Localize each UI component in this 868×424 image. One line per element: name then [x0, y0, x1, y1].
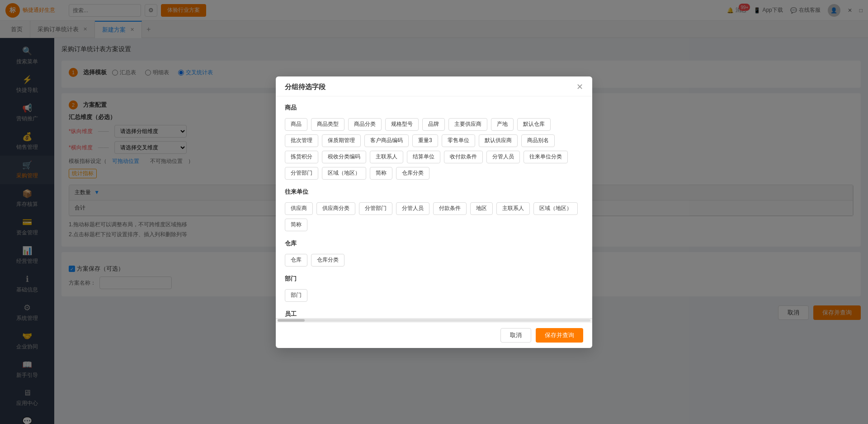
- field-group-partner: 往来单位 供应商 供应商分类 分管部门 分管人员 付款条件 地区 主联系人 区域…: [285, 188, 583, 231]
- field-tag-manage-person[interactable]: 分管人员: [396, 202, 429, 215]
- field-tag-main-contact[interactable]: 主联系人: [370, 151, 403, 163]
- modal-header: 分组待选字段 ✕: [276, 76, 592, 96]
- field-tag-short-name2[interactable]: 简称: [285, 219, 307, 231]
- field-tag-alias[interactable]: 商品别名: [521, 134, 555, 147]
- modal-title: 分组待选字段: [285, 83, 326, 91]
- field-tag-goods-cat[interactable]: 商品分类: [348, 118, 382, 131]
- field-group-employee-title: 员工: [285, 310, 583, 318]
- field-tag-district[interactable]: 地区: [470, 202, 493, 215]
- field-tag-region2[interactable]: 区域（地区）: [533, 202, 578, 215]
- field-tag-manage-dept[interactable]: 分管部门: [359, 202, 392, 215]
- field-tag-pay-terms[interactable]: 付款条件: [433, 202, 467, 215]
- field-group-warehouse: 仓库 仓库 仓库分类: [285, 239, 583, 267]
- field-group-employee: 员工 业务员: [285, 310, 583, 318]
- field-tag-goods[interactable]: 商品: [285, 118, 307, 131]
- hscroll-track: [278, 319, 590, 322]
- field-tag-partner-cat[interactable]: 往来单位分类: [524, 151, 568, 163]
- field-tag-goods-type[interactable]: 商品类型: [311, 118, 344, 131]
- field-tag-short-name[interactable]: 简称: [370, 167, 392, 180]
- field-group-warehouse-title: 仓库: [285, 239, 583, 249]
- field-tags-partner: 供应商 供应商分类 分管部门 分管人员 付款条件 地区 主联系人 区域（地区） …: [285, 202, 583, 231]
- modal-close-button[interactable]: ✕: [576, 83, 583, 91]
- field-tag-warehouse-type[interactable]: 仓库分类: [311, 254, 344, 267]
- field-tag-default-warehouse[interactable]: 默认仓库: [517, 118, 551, 131]
- field-tag-batch[interactable]: 批次管理: [285, 134, 318, 147]
- field-select-modal: 分组待选字段 ✕ 商品 商品 商品类型 商品分类 规格型号 品牌 主要供应商 产…: [276, 76, 592, 348]
- field-tag-brand[interactable]: 品牌: [422, 118, 445, 131]
- modal-footer: 取消 保存并查询: [276, 322, 592, 348]
- field-group-goods: 商品 商品 商品类型 商品分类 规格型号 品牌 主要供应商 产地 默认仓库 批次…: [285, 104, 583, 180]
- field-tag-default-supplier[interactable]: 默认供应商: [479, 134, 518, 147]
- field-group-partner-title: 往来单位: [285, 188, 583, 198]
- field-tag-warehouse-cat[interactable]: 仓库分类: [396, 167, 429, 180]
- field-tag-origin[interactable]: 产地: [491, 118, 514, 131]
- field-tag-department[interactable]: 部门: [285, 289, 307, 302]
- field-tag-dept[interactable]: 分管部门: [285, 167, 318, 180]
- field-tag-supplier[interactable]: 供应商: [285, 202, 313, 215]
- field-tag-spec[interactable]: 规格型号: [385, 118, 419, 131]
- field-tag-payment-terms[interactable]: 收付款条件: [444, 151, 483, 163]
- field-tag-customer-code[interactable]: 客户商品编码: [364, 134, 409, 147]
- field-tag-warehouse[interactable]: 仓库: [285, 254, 307, 267]
- modal-body: 商品 商品 商品类型 商品分类 规格型号 品牌 主要供应商 产地 默认仓库 批次…: [276, 96, 592, 318]
- field-tag-manager[interactable]: 分管人员: [486, 151, 520, 163]
- field-tag-region[interactable]: 区域（地区）: [322, 167, 366, 180]
- modal-confirm-button[interactable]: 保存并查询: [536, 328, 583, 343]
- field-group-department-title: 部门: [285, 275, 583, 285]
- field-tag-settle-unit[interactable]: 结算单位: [407, 151, 440, 163]
- modal-overlay: 分组待选字段 ✕ 商品 商品 商品类型 商品分类 规格型号 品牌 主要供应商 产…: [0, 0, 868, 424]
- field-tag-tax-code[interactable]: 税收分类编码: [322, 151, 366, 163]
- field-tag-supplier-cat[interactable]: 供应商分类: [316, 202, 355, 215]
- modal-horizontal-scrollbar[interactable]: [276, 318, 592, 322]
- field-tag-pick-score[interactable]: 拣货积分: [285, 151, 318, 163]
- field-tags-warehouse: 仓库 仓库分类: [285, 254, 583, 267]
- field-tag-main-supplier[interactable]: 主要供应商: [448, 118, 487, 131]
- field-tag-main-contact2[interactable]: 主联系人: [496, 202, 530, 215]
- field-tag-shelf-life[interactable]: 保质期管理: [322, 134, 361, 147]
- field-group-department: 部门 部门: [285, 275, 583, 302]
- modal-cancel-button[interactable]: 取消: [500, 328, 531, 343]
- hscroll-thumb[interactable]: [278, 319, 305, 322]
- field-tags-goods: 商品 商品类型 商品分类 规格型号 品牌 主要供应商 产地 默认仓库 批次管理 …: [285, 118, 583, 180]
- field-tag-retail-unit[interactable]: 零售单位: [442, 134, 475, 147]
- field-tags-department: 部门: [285, 289, 583, 302]
- field-group-goods-title: 商品: [285, 104, 583, 114]
- field-tag-weight[interactable]: 重量3: [412, 134, 438, 147]
